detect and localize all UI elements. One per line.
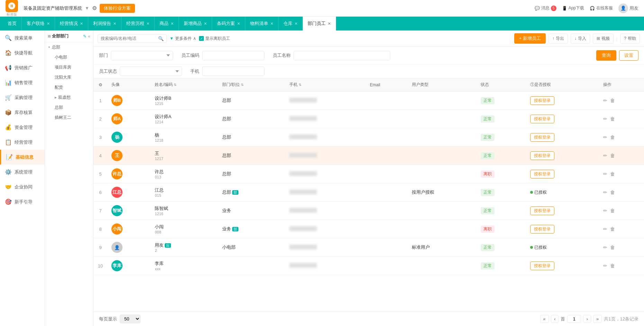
delete-icon[interactable]: 🗑 bbox=[610, 116, 615, 122]
close-history-tab[interactable]: ✕ bbox=[146, 21, 149, 26]
dept-distribution[interactable]: 配货 bbox=[45, 82, 93, 92]
edit-icon[interactable]: ✏ bbox=[603, 208, 607, 213]
tab-add-goods[interactable]: 新增商品 ✕ bbox=[179, 17, 212, 30]
status-filter-select[interactable] bbox=[120, 67, 182, 76]
tab-customer[interactable]: 客户联络 ✕ bbox=[22, 17, 55, 30]
delete-icon[interactable]: 🗑 bbox=[610, 226, 615, 232]
prev-page-button[interactable]: ‹ bbox=[551, 315, 559, 323]
edit-icon[interactable]: ✏ bbox=[603, 153, 607, 158]
employee-code-input[interactable] bbox=[202, 51, 264, 60]
close-profit-tab[interactable]: ✕ bbox=[113, 21, 116, 26]
tab-bom[interactable]: 物料清单 ✕ bbox=[245, 17, 279, 30]
page-number-input[interactable] bbox=[567, 315, 581, 323]
help-button[interactable]: ? 帮助 bbox=[620, 34, 640, 44]
show-inactive-checkbox[interactable]: ✓ 显示离职员工 bbox=[199, 36, 230, 42]
close-customer-tab[interactable]: ✕ bbox=[47, 21, 50, 26]
col-phone[interactable]: 手机 ⇅ bbox=[285, 78, 366, 91]
tab-goods[interactable]: 商品 ✕ bbox=[155, 17, 179, 30]
nav-inventory[interactable]: 📦 库存核算 bbox=[0, 105, 45, 120]
edit-icon[interactable]: ✏ bbox=[603, 245, 607, 250]
close-employees-tab[interactable]: ✕ bbox=[328, 21, 331, 26]
nav-operation[interactable]: 📋 经营管理 bbox=[0, 135, 45, 150]
close-bom-tab[interactable]: ✕ bbox=[270, 21, 273, 26]
view-button[interactable]: ⊞ 视频 bbox=[593, 34, 614, 44]
close-barcode-tab[interactable]: ✕ bbox=[237, 21, 240, 26]
authorize-button[interactable]: 授权登录 bbox=[530, 170, 554, 178]
more-filters-button[interactable]: ▼ 更多条件 ∧ bbox=[170, 36, 196, 42]
delete-icon[interactable]: 🗑 bbox=[610, 263, 615, 268]
add-employee-button[interactable]: + 新增员工 bbox=[514, 33, 546, 44]
nav-enterprise[interactable]: 🤝 企业协同 bbox=[0, 179, 45, 194]
authorize-button[interactable]: 授权登录 bbox=[530, 96, 554, 105]
authorize-button[interactable]: 授权登录 bbox=[530, 151, 554, 160]
search-icon[interactable]: 🔍 bbox=[158, 36, 164, 41]
dept-project-warehouse[interactable]: 项目库房 bbox=[45, 62, 93, 72]
authorize-button[interactable]: 授权登录 bbox=[530, 225, 554, 234]
nav-basic[interactable]: 📝 基础信息 bbox=[0, 150, 45, 165]
col-dept[interactable]: 部门/职位 ⇅ bbox=[218, 78, 285, 91]
nav-quick[interactable]: 🏠 快捷导航 bbox=[0, 45, 45, 60]
edit-icon[interactable]: ✏ bbox=[603, 226, 607, 232]
authorize-button[interactable]: 授权登录 bbox=[530, 262, 554, 270]
authorize-button[interactable]: 授权登录 bbox=[530, 206, 554, 215]
employee-name-input[interactable] bbox=[293, 51, 390, 60]
tab-employees[interactable]: 部门员工 ✕ bbox=[303, 17, 336, 30]
tab-barcode[interactable]: 条码方案 ✕ bbox=[212, 17, 245, 30]
edit-icon[interactable]: ✏ bbox=[603, 134, 607, 140]
dept-chaoshu[interactable]: 插树王二 bbox=[45, 113, 93, 123]
tab-history[interactable]: 经营历程 ✕ bbox=[121, 17, 155, 30]
edit-icon[interactable]: ✏ bbox=[603, 98, 607, 103]
dropdown-icon[interactable]: ▼ bbox=[85, 6, 89, 11]
edit-icon[interactable]: ✏ bbox=[603, 116, 607, 122]
col-settings[interactable]: ⚙ bbox=[93, 78, 107, 91]
nav-guide[interactable]: 🎯 新手引导 bbox=[0, 194, 45, 209]
dept-edit-icon[interactable]: ✎ bbox=[83, 34, 87, 39]
nav-sales[interactable]: 📊 销售管理 bbox=[0, 75, 45, 90]
export-button[interactable]: ↑ 导出 bbox=[548, 34, 568, 44]
edit-icon[interactable]: ✏ bbox=[603, 171, 607, 177]
authorize-button[interactable]: 授权登录 bbox=[530, 133, 554, 142]
nav-purchase[interactable]: 🛒 采购管理 bbox=[0, 90, 45, 105]
page-size-select[interactable]: 50 100 200 bbox=[120, 315, 140, 323]
settings-button[interactable]: 设置 bbox=[619, 50, 638, 61]
tab-profit[interactable]: 利润报告 ✕ bbox=[88, 17, 121, 30]
last-page-button[interactable]: » bbox=[593, 315, 602, 323]
dept-collapse-icon[interactable]: « bbox=[88, 34, 90, 39]
nav-system[interactable]: ⚙️ 系统管理 bbox=[0, 165, 45, 179]
col-name[interactable]: 姓名/编码 ⇅ bbox=[151, 78, 218, 91]
nav-finance[interactable]: 💰 资金管理 bbox=[0, 120, 45, 135]
gear-icon[interactable]: ⚙ bbox=[92, 5, 97, 11]
tab-warehouse[interactable]: 仓库 ✕ bbox=[279, 17, 303, 30]
close-add-goods-tab[interactable]: ✕ bbox=[204, 21, 207, 26]
close-operation-tab[interactable]: ✕ bbox=[80, 21, 83, 26]
close-goods-tab[interactable]: ✕ bbox=[171, 21, 174, 26]
app-download-button[interactable]: 📱 App下载 bbox=[562, 5, 584, 11]
close-warehouse-tab[interactable]: ✕ bbox=[294, 21, 298, 26]
tab-operation[interactable]: 经营情况 ✕ bbox=[55, 17, 88, 30]
user-area[interactable]: 👤 用友 bbox=[618, 3, 638, 13]
edit-icon[interactable]: ✏ bbox=[603, 263, 607, 268]
search-button[interactable]: 查询 bbox=[596, 50, 616, 61]
delete-icon[interactable]: 🗑 bbox=[610, 190, 615, 195]
delete-icon[interactable]: 🗑 bbox=[610, 171, 615, 177]
search-box[interactable]: 🔍 bbox=[98, 34, 167, 43]
first-page-button[interactable]: « bbox=[540, 315, 549, 323]
dept-headquarter[interactable]: ▼ 总部 bbox=[45, 42, 93, 52]
delete-icon[interactable]: 🗑 bbox=[610, 245, 615, 250]
message-button[interactable]: 💬 消息 5 bbox=[535, 5, 556, 11]
search-input[interactable] bbox=[101, 36, 157, 41]
delete-icon[interactable]: 🗑 bbox=[610, 134, 615, 140]
nav-marketing[interactable]: 📢 营销推广 bbox=[0, 60, 45, 75]
dept-hq[interactable]: 总部 bbox=[45, 103, 93, 113]
tab-home[interactable]: 首页 bbox=[3, 17, 22, 30]
dept-shenyang[interactable]: 沈阳大库 bbox=[45, 72, 93, 82]
dept-small-electric[interactable]: 小电部 bbox=[45, 52, 93, 62]
phone-filter-input[interactable] bbox=[202, 67, 264, 76]
nav-search[interactable]: 🔍 搜索菜单 bbox=[0, 30, 45, 45]
dept-filter-select[interactable] bbox=[111, 51, 173, 60]
edit-icon[interactable]: ✏ bbox=[603, 190, 607, 195]
experience-button[interactable]: 体验行业方案 bbox=[100, 4, 135, 13]
next-page-button[interactable]: › bbox=[583, 315, 591, 323]
delete-icon[interactable]: 🗑 bbox=[610, 98, 615, 103]
delete-icon[interactable]: 🗑 bbox=[610, 208, 615, 213]
